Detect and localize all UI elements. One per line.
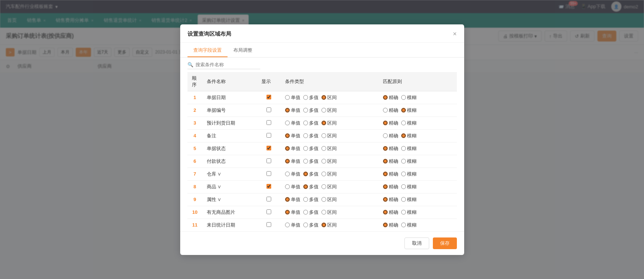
settings-modal: 设置查询区域布局 × 查询字段设置 布局调整 🔍 顺序	[180, 24, 464, 73]
modal-table: 顺序 条件名称 显示 条件类型 匹配原则 1单据日期单值多值区间精确模糊2单据编…	[180, 72, 464, 73]
tab-query-fields[interactable]: 查询字段设置	[187, 44, 228, 57]
modal-close-btn[interactable]: ×	[453, 30, 457, 38]
modal-tabs: 查询字段设置 布局调整	[180, 44, 464, 58]
modal-title: 设置查询区域布局	[187, 31, 231, 38]
th-type: 条件类型	[281, 72, 379, 73]
th-match: 匹配原则	[379, 72, 457, 73]
th-order: 顺序	[187, 72, 202, 73]
search-box: 🔍	[187, 62, 260, 69]
th-name: 条件名称	[202, 72, 257, 73]
modal-search-area: 🔍	[180, 58, 464, 72]
th-display: 显示	[257, 72, 280, 73]
search-input[interactable]	[195, 62, 260, 67]
tab-layout-adjust[interactable]: 布局调整	[228, 44, 258, 57]
modal-overlay: 设置查询区域布局 × 查询字段设置 布局调整 🔍 顺序	[0, 0, 644, 73]
search-icon: 🔍	[187, 62, 193, 67]
modal-header: 设置查询区域布局 ×	[180, 24, 464, 43]
